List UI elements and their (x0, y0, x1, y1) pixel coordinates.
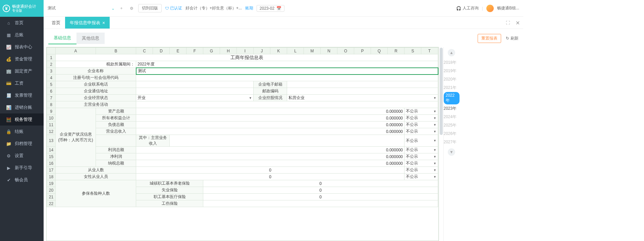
nav-item-chart[interactable]: 📈报表中心 (0, 41, 44, 53)
cell[interactable]: 0.000000 (136, 128, 405, 135)
col-K[interactable]: K (270, 48, 287, 54)
cell[interactable]: 邮政编码 (254, 88, 287, 95)
cell[interactable]: 企业经营状态 (56, 95, 136, 101)
cell[interactable]: 不公示▼ (405, 153, 438, 160)
cell[interactable] (287, 88, 438, 95)
cell[interactable] (136, 81, 254, 88)
company-name-cell[interactable]: 测试 (136, 68, 438, 75)
row-18[interactable]: 18 (47, 174, 56, 180)
refresh-button[interactable]: ↻ 刷新 (506, 36, 519, 41)
row-14[interactable]: 14 (47, 147, 56, 153)
dropdown-cell[interactable]: 不公示▼ (406, 122, 436, 128)
period-selector[interactable]: 2023-02 📅 (257, 5, 284, 12)
row-9[interactable]: 9 (47, 108, 56, 115)
year-2026年[interactable]: 2026年 (444, 130, 460, 138)
col-J[interactable]: J (254, 48, 270, 54)
expand-icon[interactable]: ⛶ (506, 20, 510, 25)
cell[interactable]: 0.000000 (136, 147, 405, 153)
cell[interactable]: 不公示▼ (405, 108, 438, 115)
cell[interactable] (203, 200, 438, 207)
tab-home[interactable]: 首页 (47, 17, 65, 29)
col-B[interactable]: B (96, 48, 136, 54)
cell[interactable]: 职工基本医疗保险 (136, 194, 203, 200)
cell[interactable] (287, 81, 438, 88)
year-2021年[interactable]: 2021年 (444, 84, 460, 92)
reset-button[interactable]: 重置报表 (478, 34, 501, 43)
dropdown-cell[interactable]: 不公示▼ (406, 160, 436, 166)
year-2023年[interactable]: 2023年 (444, 104, 460, 113)
cell[interactable]: 企业联系电话 (56, 81, 136, 88)
dropdown-cell[interactable]: 不公示▼ (406, 115, 436, 121)
col-H[interactable]: H (220, 48, 237, 54)
row-22[interactable]: 22 (47, 200, 56, 207)
support-button[interactable]: 🎧 人工咨询 (456, 5, 479, 11)
cell[interactable]: 企业电子邮箱 (254, 81, 287, 88)
cell[interactable]: 0.000000 (136, 115, 405, 122)
col-E[interactable]: E (170, 48, 186, 54)
nav-item-ledger[interactable]: ▦总账 (0, 29, 44, 41)
row-20[interactable]: 20 (47, 187, 56, 194)
plus-icon[interactable]: ＋ (118, 5, 125, 12)
cell[interactable]: 其中：主营业务收入 (136, 135, 170, 147)
cell[interactable]: 不公示▼ (405, 122, 438, 128)
nav-item-invoice[interactable]: 🧾发票管理 (0, 89, 44, 101)
row-16[interactable]: 16 (47, 160, 56, 167)
company-selector[interactable]: 测试 ⌄ (48, 5, 115, 11)
col-P[interactable]: P (354, 48, 371, 54)
dropdown-cell[interactable]: 不公示▼ (406, 108, 436, 114)
cell[interactable]: 0 (136, 174, 405, 180)
cell[interactable]: 注册号/统一社会信用代码 (56, 75, 136, 81)
nav-item-close[interactable]: 🔒结账 (0, 126, 44, 138)
cell[interactable]: 0 (136, 167, 405, 174)
nav-item-vip[interactable]: ✔畅会员 (0, 174, 44, 186)
cell[interactable]: 企业通信地址 (56, 88, 136, 95)
dropdown-cell[interactable]: 不公示▼ (406, 129, 436, 134)
cell[interactable]: 税款所属期间： (56, 61, 136, 68)
col-L[interactable]: L (287, 48, 304, 54)
row-8[interactable]: 8 (47, 101, 56, 108)
col-D[interactable]: D (153, 48, 170, 54)
row-11[interactable]: 11 (47, 122, 56, 128)
dropdown-cell[interactable]: 不公示▼ (406, 147, 436, 153)
col-O[interactable]: O (337, 48, 354, 54)
nav-item-settings[interactable]: ⚙设置 (0, 150, 44, 162)
nav-item-asset[interactable]: 🏢固定资产 (0, 65, 44, 77)
year-2027年[interactable]: 2027年 (444, 138, 460, 146)
year-down-icon[interactable]: ▼ (448, 148, 455, 156)
cell[interactable]: 企业名称 (56, 68, 136, 75)
nav-item-fund[interactable]: 💰资金管理 (0, 53, 44, 65)
row-15[interactable]: 15 (47, 153, 56, 160)
col-C[interactable]: C (136, 48, 153, 54)
cell[interactable] (136, 101, 438, 108)
col-N[interactable]: N (321, 48, 337, 54)
col-T[interactable]: T (421, 48, 438, 54)
nav-item-salary[interactable]: 💳工资 (0, 77, 44, 89)
row-21[interactable]: 21 (47, 194, 56, 200)
cell[interactable]: 企业控股情况 (254, 95, 287, 101)
cell[interactable]: 0.000000 (136, 122, 405, 128)
year-2018年[interactable]: 2018年 (444, 58, 460, 67)
dropdown-cell[interactable]: 不公示▼ (406, 138, 436, 144)
cell[interactable]: 城镇职工基本养老保险 (136, 180, 203, 187)
year-2022年[interactable]: 2022年 (444, 92, 460, 104)
tab-close-icon[interactable]: × (102, 20, 105, 26)
cell[interactable]: 主营业务活动 (56, 101, 136, 108)
row-7[interactable]: 7 (47, 95, 56, 101)
dropdown-cell[interactable]: 私营企业▼ (288, 95, 436, 101)
year-up-icon[interactable]: ▲ (448, 49, 455, 56)
cell[interactable]: 不公示▼ (405, 174, 438, 180)
dropdown-cell[interactable]: 不公示▼ (406, 174, 436, 180)
cell[interactable]: 不公示▼ (405, 115, 438, 122)
cell[interactable]: 工商年报信息表 (56, 54, 438, 61)
nav-item-guide[interactable]: ▶新手引导 (0, 162, 44, 174)
col-F[interactable]: F (186, 48, 203, 54)
tab-annual-report[interactable]: 年报信息申报表 × (65, 17, 110, 29)
cell[interactable]: 失业保险 (136, 187, 203, 194)
row-4[interactable]: 4 (47, 75, 56, 81)
nav-item-archive[interactable]: 📁归档管理 (0, 138, 44, 150)
scrollbar-thumb[interactable] (440, 48, 443, 135)
dropdown-cell[interactable]: 开业▼ (138, 95, 252, 101)
close-all-icon[interactable]: ✕ (516, 19, 520, 26)
row-17[interactable]: 17 (47, 167, 56, 174)
cell[interactable]: 不公示▼ (405, 167, 438, 174)
